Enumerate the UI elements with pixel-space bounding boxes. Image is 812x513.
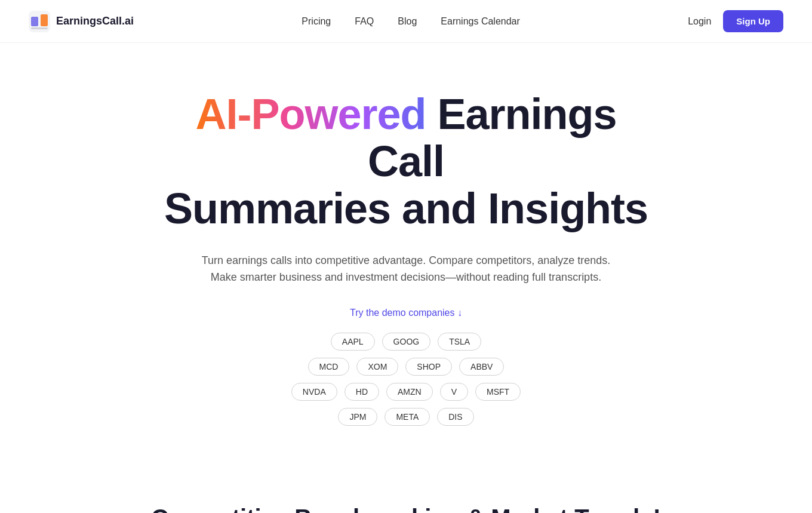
hero-section: AI-Powered Earnings Call Summaries and I… bbox=[137, 43, 675, 469]
ticker-shop[interactable]: SHOP bbox=[405, 358, 452, 376]
nav-blog[interactable]: Blog bbox=[398, 16, 417, 26]
benchmarking-section: Competitive Benchmarking & Market Trends… bbox=[0, 469, 812, 513]
ticker-abbv[interactable]: ABBV bbox=[459, 358, 504, 376]
nav-links: Pricing FAQ Blog Earnings Calendar bbox=[302, 16, 519, 27]
demo-label[interactable]: Try the demo companies ↓ bbox=[161, 308, 651, 318]
hero-title-gradient: AI-Powered bbox=[195, 90, 426, 138]
ticker-row-1: AAPL GOOG TSLA bbox=[161, 333, 651, 351]
logo-icon bbox=[29, 11, 50, 32]
svg-rect-2 bbox=[41, 14, 48, 26]
ticker-msft[interactable]: MSFT bbox=[475, 383, 521, 401]
ticker-hd[interactable]: HD bbox=[345, 383, 379, 401]
ticker-nvda[interactable]: NVDA bbox=[291, 383, 337, 401]
ticker-xom[interactable]: XOM bbox=[356, 358, 398, 376]
ticker-tsla[interactable]: TSLA bbox=[438, 333, 481, 351]
ticker-row-3: NVDA HD AMZN V MSFT bbox=[161, 383, 651, 401]
nav-pricing[interactable]: Pricing bbox=[302, 16, 331, 26]
signup-button[interactable]: Sign Up bbox=[723, 10, 783, 32]
nav-auth: Login Sign Up bbox=[688, 10, 783, 32]
ticker-jpm[interactable]: JPM bbox=[338, 408, 377, 426]
login-button[interactable]: Login bbox=[688, 16, 711, 27]
logo-link[interactable]: EarningsCall.ai bbox=[29, 11, 134, 32]
ticker-mcd[interactable]: MCD bbox=[308, 358, 350, 376]
ticker-v[interactable]: V bbox=[440, 383, 468, 401]
ticker-meta[interactable]: META bbox=[385, 408, 430, 426]
benchmarking-title: Competitive Benchmarking & Market Trends… bbox=[24, 505, 788, 513]
nav-earnings-calendar[interactable]: Earnings Calendar bbox=[441, 16, 520, 26]
ticker-goog[interactable]: GOOG bbox=[382, 333, 431, 351]
ticker-row-4: JPM META DIS bbox=[161, 408, 651, 426]
ticker-aapl[interactable]: AAPL bbox=[331, 333, 375, 351]
ticker-amzn[interactable]: AMZN bbox=[386, 383, 433, 401]
ticker-row-2: MCD XOM SHOP ABBV bbox=[161, 358, 651, 376]
hero-title-line2: Summaries and Insights bbox=[164, 185, 648, 232]
hero-subtitle: Turn earnings calls into competitive adv… bbox=[197, 252, 615, 287]
logo-text: EarningsCall.ai bbox=[56, 15, 134, 27]
navbar: EarningsCall.ai Pricing FAQ Blog Earning… bbox=[0, 0, 812, 43]
svg-rect-3 bbox=[31, 27, 48, 29]
svg-rect-1 bbox=[31, 17, 38, 26]
nav-faq[interactable]: FAQ bbox=[355, 16, 374, 26]
ticker-dis[interactable]: DIS bbox=[437, 408, 473, 426]
hero-title: AI-Powered Earnings Call Summaries and I… bbox=[161, 91, 651, 233]
